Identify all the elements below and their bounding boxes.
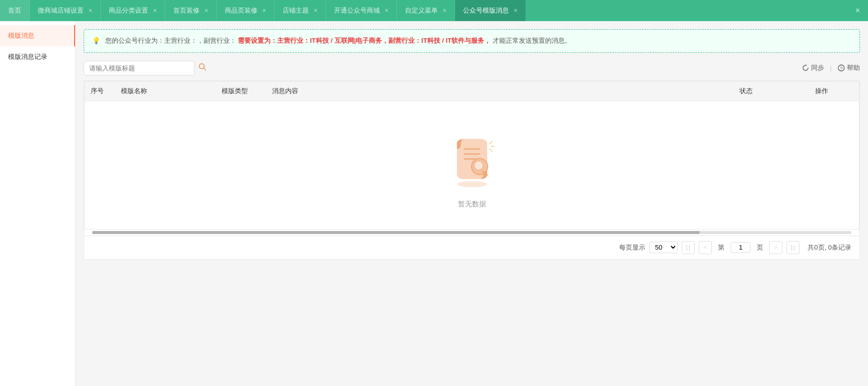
table-wrapper: 序号 模版名称 模版类型 消息内容 状态 操作 xyxy=(84,81,860,260)
toolbar: 同步 | ? 帮助 xyxy=(84,61,860,75)
close-all-button[interactable]: × xyxy=(847,6,868,15)
svg-point-9 xyxy=(474,161,483,170)
top-nav: 首页 微商城店铺设置 × 商品分类设置 × 首页装修 × 商品页装修 × 店铺主… xyxy=(0,0,868,21)
search-input[interactable] xyxy=(84,61,194,75)
tab-category[interactable]: 商品分类设置 × xyxy=(101,0,165,21)
col-header-name: 模版名称 xyxy=(115,81,216,101)
scrollbar-thumb[interactable] xyxy=(92,231,700,234)
close-tab-theme[interactable]: × xyxy=(314,7,317,14)
page-input[interactable] xyxy=(730,242,751,253)
tab-theme[interactable]: 店铺主题 × xyxy=(275,0,326,21)
tab-home[interactable]: 首页 xyxy=(0,0,30,21)
help-button[interactable]: ? 帮助 xyxy=(838,63,860,72)
content-area: 💡 您的公众号行业为：主营行业：，副营行业： 需要设置为：主营行业：IT科技 /… xyxy=(76,21,868,386)
page-size-label: 每页显示 xyxy=(619,243,645,252)
page-size-select[interactable]: 50 10 20 100 xyxy=(649,242,678,253)
divider: | xyxy=(830,64,832,72)
notice-icon: 💡 xyxy=(92,37,100,44)
right-actions: 同步 | ? 帮助 xyxy=(802,63,860,72)
tab-template-msg[interactable]: 公众号模版消息 × xyxy=(455,0,526,21)
scrollbar-track xyxy=(92,231,851,234)
page-unit: 页 xyxy=(757,243,763,252)
last-page-button[interactable]: ⟩⟩ xyxy=(786,241,799,254)
tab-custom-menu[interactable]: 自定义菜单 × xyxy=(397,0,455,21)
col-header-type: 模版类型 xyxy=(216,81,266,101)
empty-text: 暂无数据 xyxy=(458,200,486,209)
notice-banner: 💡 您的公众号行业为：主营行业：，副营行业： 需要设置为：主营行业：IT科技 /… xyxy=(84,29,860,53)
svg-point-4 xyxy=(457,181,487,187)
page-label: 第 xyxy=(718,243,724,252)
prev-page-button[interactable]: ＜ xyxy=(699,241,712,254)
sync-button[interactable]: 同步 xyxy=(802,63,824,72)
search-area xyxy=(84,61,207,75)
first-page-button[interactable]: ⟨⟨ xyxy=(682,241,695,254)
svg-line-11 xyxy=(490,141,492,144)
svg-line-13 xyxy=(490,149,492,151)
col-header-action: 操作 xyxy=(809,81,859,101)
tab-product-decor[interactable]: 商品页装修 × xyxy=(217,0,275,21)
tab-home-decor[interactable]: 首页装修 × xyxy=(165,0,217,21)
pagination-bar: 每页显示 50 10 20 100 ⟨⟨ ＜ 第 页 ＞ ⟩⟩ 共0页, 0条记… xyxy=(84,236,859,259)
sidebar-item-template-msg[interactable]: 模版消息 xyxy=(0,25,75,46)
close-tab-product-decor[interactable]: × xyxy=(262,7,266,14)
data-table: 序号 模版名称 模版类型 消息内容 状态 操作 xyxy=(84,81,859,229)
col-header-status: 状态 xyxy=(733,81,809,101)
close-tab-custom-menu[interactable]: × xyxy=(443,7,446,14)
close-tab-home-decor[interactable]: × xyxy=(205,7,208,14)
next-page-button[interactable]: ＞ xyxy=(769,241,782,254)
search-button[interactable] xyxy=(198,63,207,73)
svg-text:?: ? xyxy=(840,66,842,71)
sidebar: 模版消息 模版消息记录 xyxy=(0,21,76,386)
empty-state: 暂无数据 xyxy=(85,101,859,229)
tab-shop-setting[interactable]: 微商城店铺设置 × xyxy=(30,0,101,21)
sidebar-item-template-msg-record[interactable]: 模版消息记录 xyxy=(0,46,75,67)
svg-line-1 xyxy=(204,68,206,70)
close-tab-category[interactable]: × xyxy=(153,7,157,14)
col-header-content: 消息内容 xyxy=(266,81,733,101)
scrollbar-area[interactable] xyxy=(84,229,859,236)
main-layout: 模版消息 模版消息记录 💡 您的公众号行业为：主营行业：，副营行业： 需要设置为… xyxy=(0,21,868,386)
tab-open-mall[interactable]: 开通公众号商城 × xyxy=(326,0,397,21)
total-info: 共0页, 0条记录 xyxy=(808,243,851,252)
close-tab-open-mall[interactable]: × xyxy=(385,7,388,14)
close-tab-template-msg[interactable]: × xyxy=(514,7,517,14)
close-tab-shop-setting[interactable]: × xyxy=(89,7,92,14)
col-header-index: 序号 xyxy=(85,81,115,101)
